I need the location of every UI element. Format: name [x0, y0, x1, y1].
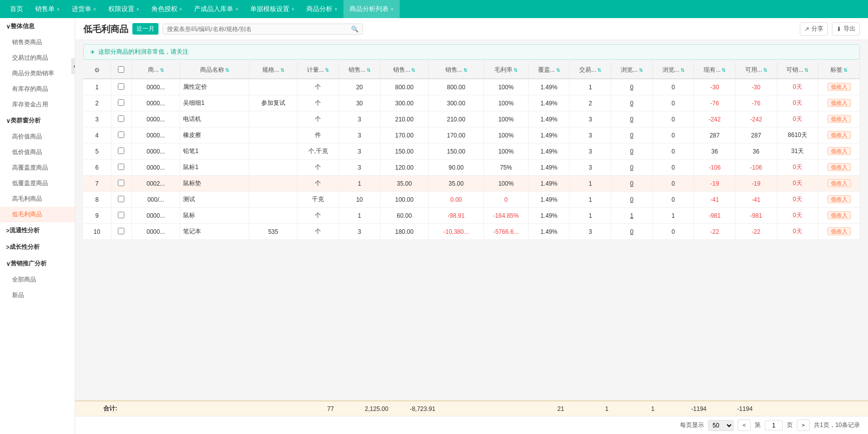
- prev-page-btn[interactable]: ＜: [738, 419, 751, 431]
- table-col-6[interactable]: 销售...⇅: [339, 62, 381, 79]
- nav-item-权限设置[interactable]: 权限设置×: [102, 0, 145, 18]
- row-checkbox-6[interactable]: [118, 180, 124, 186]
- browse1-link-7[interactable]: 0: [630, 196, 634, 203]
- table-col-4[interactable]: 规格...⇅: [249, 62, 297, 79]
- nav-close-icon[interactable]: ×: [180, 7, 183, 12]
- table-col-9[interactable]: 毛利率⇅: [484, 62, 529, 79]
- sidebar-item-1-3[interactable]: 低覆盖度商品: [0, 176, 75, 191]
- nav-item-首页[interactable]: 首页: [4, 0, 29, 18]
- sidebar-item-4-1[interactable]: 新品: [0, 287, 75, 303]
- sidebar-item-0-3[interactable]: 有库存的商品: [0, 81, 75, 97]
- row-tag: 低收入: [818, 208, 860, 224]
- table-col-13[interactable]: 浏览...⇅: [652, 62, 694, 79]
- table-col-15[interactable]: 可用...⇅: [735, 62, 777, 79]
- nav-item-进货单[interactable]: 进货单×: [66, 0, 102, 18]
- tag-badge-2: 低收入: [827, 115, 851, 123]
- sidebar-item-4-0[interactable]: 全部商品: [0, 272, 75, 287]
- sidebar-item-1-1[interactable]: 低价值商品: [0, 144, 75, 160]
- nav-close-icon[interactable]: ×: [93, 7, 96, 12]
- row-checkbox-4[interactable]: [118, 148, 124, 154]
- table-col-14[interactable]: 现有...⇅: [694, 62, 736, 79]
- browse1-link-6[interactable]: 0: [630, 180, 634, 187]
- row-checkbox-0[interactable]: [118, 83, 124, 90]
- browse1-link-5[interactable]: 0: [630, 164, 634, 171]
- sidebar-item-1-2[interactable]: 高覆盖度商品: [0, 160, 75, 176]
- row-checkbox-5[interactable]: [118, 164, 124, 170]
- nav-close-icon[interactable]: ×: [291, 7, 294, 12]
- sidebar-item-1-5[interactable]: 低毛利商品: [0, 207, 75, 222]
- search-input[interactable]: [167, 26, 351, 33]
- row-checkbox-8[interactable]: [118, 212, 124, 218]
- table-col-17[interactable]: 标签⇅: [818, 62, 860, 79]
- row-checkbox-1[interactable]: [118, 99, 124, 106]
- table-col-16[interactable]: 可销...⇅: [777, 62, 818, 79]
- table-col-12[interactable]: 浏览...⇅: [611, 62, 653, 79]
- sidebar-item-1-0[interactable]: 高价值商品: [0, 129, 75, 144]
- cell-6-1: [111, 176, 131, 192]
- row-spec: [249, 176, 297, 192]
- browse1-link-8[interactable]: 1: [630, 212, 634, 219]
- gear-icon[interactable]: ⚙: [94, 67, 100, 74]
- nav-close-icon[interactable]: ×: [235, 7, 238, 12]
- row-code: 0000...: [131, 224, 180, 240]
- row-checkbox-2[interactable]: [118, 115, 124, 122]
- table-col-0[interactable]: ⚙: [83, 62, 111, 79]
- row-sales: 800.00: [429, 79, 484, 95]
- sidebar-group-2[interactable]: > 流通性分析: [0, 222, 75, 239]
- page-number-input[interactable]: [765, 420, 783, 430]
- sidebar-item-0-0[interactable]: 销售类商品: [0, 35, 75, 50]
- nav-close-icon[interactable]: ×: [334, 7, 337, 12]
- sidebar-item-0-4[interactable]: 库存资金占用: [0, 97, 75, 112]
- nav-item-销售单[interactable]: 销售单×: [29, 0, 66, 18]
- nav-close-icon[interactable]: ×: [391, 7, 394, 12]
- table-row: 100000...笔记本535个3180.00-10,380...-5766.6…: [83, 224, 860, 240]
- sidebar-item-1-4[interactable]: 高毛利商品: [0, 191, 75, 207]
- search-icon[interactable]: 🔍: [351, 26, 359, 33]
- browse1-link-2[interactable]: 0: [630, 116, 634, 123]
- sidebar-item-0-2[interactable]: 商品分类助销率: [0, 66, 75, 81]
- select-all-checkbox[interactable]: [118, 66, 124, 73]
- table-col-8[interactable]: 销售...⇅: [429, 62, 484, 79]
- row-checkbox-3[interactable]: [118, 131, 124, 138]
- browse1-link-4[interactable]: 0: [630, 148, 634, 155]
- sidebar-group-3[interactable]: > 成长性分析: [0, 239, 75, 255]
- browse1-link-0[interactable]: 0: [630, 84, 634, 91]
- sidebar-group-1[interactable]: ∨ 类群窗分析: [0, 112, 75, 129]
- browse1-link-3[interactable]: 0: [630, 132, 634, 139]
- nav-close-icon[interactable]: ×: [57, 7, 60, 12]
- row-checkbox-9[interactable]: [118, 228, 124, 234]
- export-button[interactable]: ⬇ 导出: [832, 22, 860, 36]
- table-col-11[interactable]: 交易...⇅: [570, 62, 611, 79]
- row-spec: 参加复试: [249, 95, 297, 111]
- table-col-2[interactable]: 商...⇅: [131, 62, 180, 79]
- sidebar-group-label-4: 营销推广分析: [11, 259, 47, 268]
- table-col-1[interactable]: [111, 62, 131, 79]
- next-page-btn[interactable]: ＞: [797, 419, 810, 431]
- row-saleable: 0天: [777, 208, 818, 224]
- sidebar-collapse-btn[interactable]: «: [71, 58, 75, 74]
- share-button[interactable]: ↗ 分享: [800, 22, 828, 36]
- table-col-10[interactable]: 覆盖...⇅: [528, 62, 570, 79]
- nav-close-icon[interactable]: ×: [136, 7, 139, 12]
- row-name: 吴细细1: [180, 95, 249, 111]
- browse1-link-1[interactable]: 0: [630, 100, 634, 107]
- per-page-select[interactable]: 5020100: [708, 420, 734, 431]
- row-checkbox-7[interactable]: [118, 196, 124, 202]
- table-col-7[interactable]: 销售...⇅: [380, 62, 428, 79]
- table-col-5[interactable]: 计量...⇅: [297, 62, 339, 79]
- browse1-link-9[interactable]: 0: [630, 228, 634, 235]
- sidebar-item-0-1[interactable]: 交易过的商品: [0, 50, 75, 66]
- table-col-3[interactable]: 商品名称⇅: [180, 62, 249, 79]
- sidebar-group-4[interactable]: ∨ 营销推广分析: [0, 255, 75, 272]
- row-price: 800.00: [380, 79, 428, 95]
- nav-item-产成品入库单[interactable]: 产成品入库单×: [188, 0, 244, 18]
- sort-icon-12: ⇅: [639, 67, 643, 73]
- period-button[interactable]: 近一月: [132, 23, 158, 35]
- nav-item-商品分析列表[interactable]: 商品分析列表×: [343, 0, 400, 18]
- row-unit: 个,千克: [297, 143, 339, 160]
- sidebar-group-0[interactable]: ∨ 整体信息: [0, 18, 75, 35]
- nav-item-商品分析[interactable]: 商品分析×: [300, 0, 343, 18]
- nav-item-单据模板设置[interactable]: 单据模板设置×: [244, 0, 300, 18]
- nav-item-角色授权[interactable]: 角色授权×: [145, 0, 189, 18]
- row-coverage: 1: [570, 192, 611, 208]
